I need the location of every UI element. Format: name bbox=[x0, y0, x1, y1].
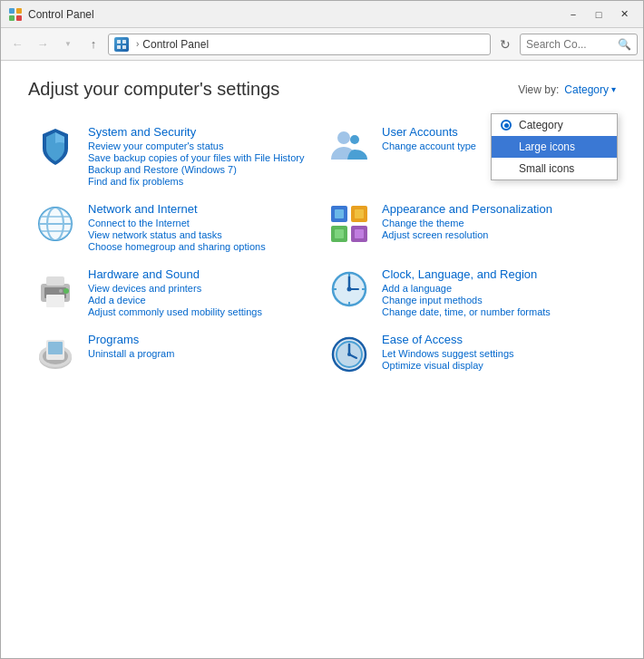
system-security-icon bbox=[34, 125, 77, 169]
category-clock-language: Clock, Language, and Region Add a langua… bbox=[322, 260, 616, 325]
address-bar: ← → ▼ ↑ › Control Panel ↻ 🔍 bbox=[1, 28, 643, 61]
programs-text: Programs Uninstall a program bbox=[88, 333, 317, 360]
svg-rect-22 bbox=[335, 229, 344, 238]
hardware-sound-link-3[interactable]: Adjust commonly used mobility settings bbox=[88, 306, 317, 317]
system-security-link-3[interactable]: Backup and Restore (Windows 7) bbox=[88, 164, 317, 175]
hardware-sound-title[interactable]: Hardware and Sound bbox=[88, 267, 317, 281]
address-path[interactable]: › Control Panel bbox=[108, 34, 491, 55]
appearance-link-1[interactable]: Change the theme bbox=[382, 218, 610, 228]
dropdown-label-small-icons: Small icons bbox=[519, 162, 574, 175]
category-ease-of-access: Ease of Access Let Windows suggest setti… bbox=[322, 325, 616, 383]
svg-point-8 bbox=[337, 131, 350, 144]
svg-rect-7 bbox=[122, 45, 126, 49]
svg-point-15 bbox=[39, 208, 72, 240]
dropdown-item-category[interactable]: Category bbox=[492, 114, 617, 136]
appearance-text: Appearance and Personalization Change th… bbox=[382, 202, 610, 241]
view-by-value: Category bbox=[564, 83, 609, 96]
appearance-link-2[interactable]: Adjust screen resolution bbox=[382, 229, 610, 240]
clock-language-title[interactable]: Clock, Language, and Region bbox=[382, 267, 610, 281]
view-by-dropdown[interactable]: Category ▾ bbox=[564, 83, 616, 96]
svg-point-28 bbox=[63, 288, 69, 294]
ease-of-access-text: Ease of Access Let Windows suggest setti… bbox=[382, 333, 610, 372]
path-text: Control Panel bbox=[142, 38, 209, 51]
content-area: Adjust your computer's settings View by:… bbox=[1, 61, 643, 658]
search-input[interactable] bbox=[526, 38, 618, 51]
search-icon: 🔍 bbox=[618, 38, 631, 51]
dropdown-label-large-icons: Large icons bbox=[519, 141, 575, 153]
system-security-link-2[interactable]: Save backup copies of your files with Fi… bbox=[88, 152, 317, 163]
network-internet-link-3[interactable]: Choose homegroup and sharing options bbox=[88, 241, 317, 252]
clock-language-link-1[interactable]: Add a language bbox=[382, 283, 610, 294]
svg-rect-5 bbox=[122, 40, 126, 44]
maximize-button[interactable]: □ bbox=[587, 5, 610, 24]
clock-language-text: Clock, Language, and Region Add a langua… bbox=[382, 267, 610, 318]
dropdown-label-category: Category bbox=[519, 119, 563, 131]
dropdown-item-large-icons[interactable]: Large icons bbox=[492, 136, 617, 158]
svg-rect-20 bbox=[335, 209, 344, 218]
system-security-title[interactable]: System and Security bbox=[88, 125, 317, 139]
recent-locations-button[interactable]: ▼ bbox=[57, 34, 79, 55]
svg-point-52 bbox=[347, 353, 351, 356]
category-hardware-sound: Hardware and Sound View devices and prin… bbox=[28, 260, 322, 325]
appearance-title[interactable]: Appearance and Personalization bbox=[382, 202, 610, 216]
radio-category bbox=[501, 120, 512, 131]
forward-button[interactable]: → bbox=[32, 34, 54, 55]
svg-rect-0 bbox=[9, 8, 15, 14]
svg-rect-23 bbox=[355, 229, 364, 238]
programs-link-1[interactable]: Uninstall a program bbox=[88, 348, 317, 359]
svg-point-34 bbox=[347, 287, 352, 292]
svg-point-29 bbox=[59, 289, 63, 293]
minimize-button[interactable]: − bbox=[561, 5, 585, 24]
hardware-sound-link-2[interactable]: Add a device bbox=[88, 295, 317, 305]
clock-language-icon bbox=[327, 267, 371, 311]
category-network-internet: Network and Internet Connect to the Inte… bbox=[28, 195, 322, 260]
ease-of-access-title[interactable]: Ease of Access bbox=[382, 333, 610, 346]
clock-language-link-2[interactable]: Change input methods bbox=[382, 295, 610, 305]
hardware-sound-link-1[interactable]: View devices and printers bbox=[88, 283, 317, 294]
ease-of-access-link-2[interactable]: Optimize visual display bbox=[382, 360, 610, 371]
svg-rect-6 bbox=[117, 45, 121, 49]
appearance-icon bbox=[327, 202, 371, 246]
hardware-sound-icon bbox=[34, 267, 77, 311]
dropdown-item-small-icons[interactable]: Small icons bbox=[492, 158, 617, 179]
user-accounts-icon bbox=[327, 125, 371, 169]
network-internet-text: Network and Internet Connect to the Inte… bbox=[88, 202, 317, 253]
system-security-text: System and Security Review your computer… bbox=[88, 125, 317, 188]
back-button[interactable]: ← bbox=[6, 34, 28, 55]
page-header: Adjust your computer's settings View by:… bbox=[28, 79, 616, 100]
window-icon bbox=[8, 7, 23, 22]
svg-rect-1 bbox=[16, 8, 22, 14]
window: Control Panel − □ ✕ ← → ▼ ↑ › Control Pa… bbox=[0, 0, 644, 659]
category-programs: Programs Uninstall a program bbox=[28, 325, 322, 383]
path-separator: › bbox=[136, 39, 139, 49]
svg-rect-21 bbox=[355, 209, 364, 218]
title-bar-controls: − □ ✕ bbox=[561, 5, 636, 24]
dropdown-arrow-icon: ▾ bbox=[611, 84, 616, 94]
programs-title[interactable]: Programs bbox=[88, 333, 317, 346]
view-by-menu: Category Large icons Small icons bbox=[491, 113, 618, 180]
programs-icon bbox=[34, 333, 77, 376]
view-by-label: View by: bbox=[518, 83, 559, 96]
close-button[interactable]: ✕ bbox=[612, 5, 636, 24]
svg-point-9 bbox=[350, 135, 359, 144]
system-security-link-1[interactable]: Review your computer's status bbox=[88, 141, 317, 151]
window-title: Control Panel bbox=[28, 8, 561, 21]
refresh-button[interactable]: ↻ bbox=[494, 34, 516, 55]
path-icon bbox=[114, 37, 129, 52]
network-internet-link-1[interactable]: Connect to the Internet bbox=[88, 218, 317, 228]
network-internet-title[interactable]: Network and Internet bbox=[88, 202, 317, 216]
up-button[interactable]: ↑ bbox=[83, 34, 104, 55]
hardware-sound-text: Hardware and Sound View devices and prin… bbox=[88, 267, 317, 318]
system-security-link-4[interactable]: Find and fix problems bbox=[88, 176, 317, 187]
page-title: Adjust your computer's settings bbox=[28, 79, 279, 100]
svg-rect-26 bbox=[46, 276, 64, 286]
ease-of-access-link-1[interactable]: Let Windows suggest settings bbox=[382, 348, 610, 359]
category-appearance: Appearance and Personalization Change th… bbox=[322, 195, 616, 260]
network-internet-icon bbox=[34, 202, 77, 246]
ease-of-access-icon bbox=[327, 333, 371, 376]
svg-rect-45 bbox=[48, 342, 63, 354]
search-box[interactable]: 🔍 bbox=[520, 34, 638, 55]
title-bar: Control Panel − □ ✕ bbox=[1, 1, 643, 28]
network-internet-link-2[interactable]: View network status and tasks bbox=[88, 229, 317, 240]
clock-language-link-3[interactable]: Change date, time, or number formats bbox=[382, 306, 610, 317]
